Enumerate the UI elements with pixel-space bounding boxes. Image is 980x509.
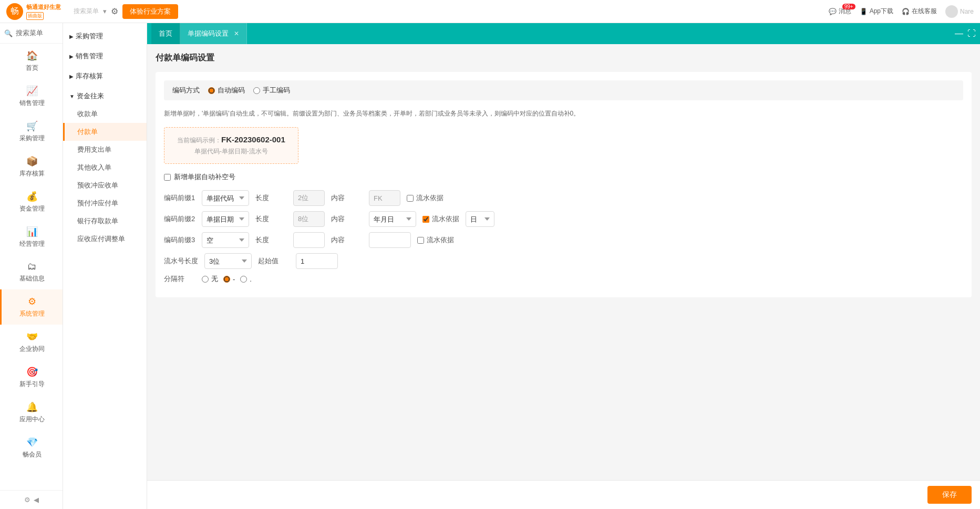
prefix1-serial-label[interactable]: 流水依据 bbox=[407, 193, 443, 203]
experience-button[interactable]: 体验行业方案 bbox=[122, 4, 178, 19]
prefix2-length-input bbox=[293, 211, 325, 227]
prefix2-serial-label[interactable]: 流水依据 bbox=[422, 214, 459, 224]
tab-serial-settings[interactable]: 单据编码设置 ✕ bbox=[180, 23, 247, 44]
sidebar-item-expense[interactable]: 费用支出单 bbox=[63, 141, 147, 159]
sidebar-group-purchase: ▶ 采购管理 bbox=[63, 27, 147, 45]
separator-none-radio[interactable] bbox=[202, 276, 209, 283]
header-search-area[interactable]: 搜索菜单 bbox=[74, 7, 99, 16]
tab-home[interactable]: 首页 bbox=[151, 23, 180, 44]
sidebar-item-inventory[interactable]: 📦 库存核算 bbox=[0, 149, 63, 184]
auto-fill-label: 新增单据自动补空号 bbox=[174, 172, 235, 182]
sidebar-item-member[interactable]: 💎 畅会员 bbox=[0, 430, 63, 465]
sidebar-item-appstore[interactable]: 🔔 应用中心 bbox=[0, 395, 63, 430]
prefix2-label: 编码前缀2 bbox=[164, 214, 195, 224]
sidebar-bottom-settings[interactable]: ⚙ ◀ bbox=[0, 491, 63, 509]
prefix3-select[interactable]: 空 单据代码 单据日期 bbox=[202, 232, 249, 248]
main-wrapper: 首页 单据编码设置 ✕ — ⛶ 付款单编码设置 编码方式 自动编码 手工编码 bbox=[147, 23, 980, 509]
sidebar-group-inventory-title[interactable]: ▶ 库存核算 bbox=[63, 67, 147, 85]
separator-none-radio-label[interactable]: 无 bbox=[202, 274, 218, 284]
start-value-input[interactable] bbox=[296, 253, 338, 269]
separator-dash-radio-label[interactable]: - bbox=[223, 275, 235, 283]
message-button[interactable]: 💬 消息 99+ bbox=[829, 7, 851, 16]
online-service-button[interactable]: 🎧 在线客服 bbox=[902, 7, 937, 16]
settings-icon[interactable]: ⚙ bbox=[111, 6, 118, 16]
tab-serial-settings-label: 单据编码设置 bbox=[188, 29, 229, 38]
sidebar-item-finance-label: 资金管理 bbox=[19, 204, 45, 213]
prefix3-serial-checkbox[interactable] bbox=[417, 237, 424, 244]
chevron-right-icon: ▶ bbox=[69, 34, 74, 39]
top-header: 畅 畅通道好生意 插曲版 搜索菜单 ▾ ⚙ 体验行业方案 💬 消息 99+ 📱 … bbox=[0, 0, 980, 23]
inventory-icon: 📦 bbox=[26, 155, 38, 167]
tab-maximize-icon[interactable]: ⛶ bbox=[967, 29, 976, 38]
sidebar-item-guide[interactable]: 🎯 新手引导 bbox=[0, 360, 63, 395]
example-box: 当前编码示例：FK-20230602-001 单据代码-单据日期-流水号 bbox=[164, 127, 298, 164]
app-download-button[interactable]: 📱 App下载 bbox=[860, 7, 893, 16]
sidebar-item-purchase[interactable]: 🛒 采购管理 bbox=[0, 114, 63, 149]
auto-fill-checkbox[interactable] bbox=[164, 174, 171, 181]
sidebar-item-basic[interactable]: 🗂 基础信息 bbox=[0, 255, 63, 289]
bottom-collapse-icon: ◀ bbox=[34, 496, 39, 504]
separator-dash-label: - bbox=[233, 275, 235, 283]
logo-badge: 插曲版 bbox=[26, 12, 44, 20]
sidebar-item-member-label: 畅会员 bbox=[23, 450, 42, 459]
sidebar-group-sales-title[interactable]: ▶ 销售管理 bbox=[63, 47, 147, 65]
prefix3-content-input[interactable] bbox=[369, 232, 411, 248]
prefix2-select[interactable]: 单据日期 空 bbox=[202, 211, 249, 227]
tab-minimize-icon[interactable]: — bbox=[955, 29, 963, 38]
example-desc: 单据代码-单据日期-流水号 bbox=[177, 147, 285, 156]
sidebar-item-other-income[interactable]: 其他收入单 bbox=[63, 159, 147, 176]
sidebar-bottom: ⚙ ◀ bbox=[0, 490, 63, 509]
prefix2-serial-checkbox[interactable] bbox=[422, 216, 429, 223]
prefix1-content-input bbox=[369, 190, 400, 206]
prefix2-content-select[interactable]: 年月日 年月 年 bbox=[369, 211, 416, 227]
sidebar-item-enterprise-label: 企业协同 bbox=[19, 345, 45, 354]
auto-encode-radio-label[interactable]: 自动编码 bbox=[208, 86, 245, 95]
sidebar-group-inventory: ▶ 库存核算 bbox=[63, 67, 147, 85]
enterprise-icon: 🤝 bbox=[26, 331, 38, 342]
serial-length-select[interactable]: 3位 4位 5位 6位 bbox=[204, 253, 252, 269]
sidebar-item-system-label: 系统管理 bbox=[19, 309, 45, 318]
sidebar-item-payment[interactable]: 付款单 bbox=[63, 123, 147, 141]
sidebar-item-receipt[interactable]: 收款单 bbox=[63, 105, 147, 123]
tab-right-icons: — ⛶ bbox=[955, 29, 976, 38]
manual-encode-radio[interactable] bbox=[253, 87, 260, 94]
nav-dropdown-arrow[interactable]: ▾ bbox=[103, 7, 107, 15]
manual-encode-radio-label[interactable]: 手工编码 bbox=[253, 86, 290, 95]
tab-close-icon[interactable]: ✕ bbox=[234, 30, 239, 37]
sidebar-group-capital-title[interactable]: ▼ 资金往来 bbox=[63, 87, 147, 105]
sidebar-item-operations[interactable]: 📊 经营管理 bbox=[0, 220, 63, 255]
separator-dot-radio-label[interactable]: . bbox=[240, 275, 252, 283]
prefix1-serial-checkbox[interactable] bbox=[407, 195, 414, 202]
prefix3-serial-text: 流水依据 bbox=[427, 235, 454, 245]
separator-radio-group: 无 - . bbox=[202, 274, 252, 284]
sidebar-item-adjustment[interactable]: 应收应付调整单 bbox=[63, 230, 147, 248]
sidebar-item-advance-payable[interactable]: 预付冲应付单 bbox=[63, 194, 147, 212]
auto-encode-radio[interactable] bbox=[208, 87, 215, 94]
sidebar-item-advance-receivable[interactable]: 预收冲应收单 bbox=[63, 176, 147, 194]
save-button[interactable]: 保存 bbox=[927, 486, 972, 504]
serial-length-label: 流水号长度 bbox=[164, 256, 198, 266]
prefix3-length-input[interactable] bbox=[293, 232, 325, 248]
sidebar-group-sales-label: 销售管理 bbox=[76, 51, 103, 61]
prefix1-select[interactable]: 单据代码 空 bbox=[202, 190, 249, 206]
sidebar-item-home[interactable]: 🏠 首页 bbox=[0, 44, 63, 79]
chevron-right-icon3: ▶ bbox=[69, 74, 74, 79]
prefix3-row: 编码前缀3 空 单据代码 单据日期 长度 内容 流水依据 bbox=[164, 232, 963, 248]
finance-icon: 💰 bbox=[26, 191, 38, 202]
separator-dot-radio[interactable] bbox=[240, 276, 247, 283]
prefix2-serial-unit-select[interactable]: 日 月 年 bbox=[466, 211, 494, 227]
sidebar-item-enterprise[interactable]: 🤝 企业协同 bbox=[0, 325, 63, 360]
prefix3-serial-label[interactable]: 流水依据 bbox=[417, 235, 454, 245]
user-avatar[interactable]: Nare bbox=[945, 5, 974, 18]
separator-dash-radio[interactable] bbox=[223, 276, 230, 283]
sidebar-item-system[interactable]: ⚙ 系统管理 bbox=[0, 289, 63, 325]
sidebar-group-purchase-title[interactable]: ▶ 采购管理 bbox=[63, 27, 147, 45]
tab-home-label: 首页 bbox=[159, 29, 172, 38]
sidebar-item-sales[interactable]: 📈 销售管理 bbox=[0, 79, 63, 114]
auto-encode-label: 自动编码 bbox=[218, 86, 245, 95]
sidebar-item-finance[interactable]: 💰 资金管理 bbox=[0, 184, 63, 220]
logo-icon: 畅 bbox=[6, 3, 23, 20]
sidebar-item-bank-deposit[interactable]: 银行存取款单 bbox=[63, 212, 147, 230]
sidebar-search[interactable]: 🔍 搜索菜单 bbox=[0, 23, 63, 44]
sidebar-item-appstore-label: 应用中心 bbox=[19, 415, 45, 424]
